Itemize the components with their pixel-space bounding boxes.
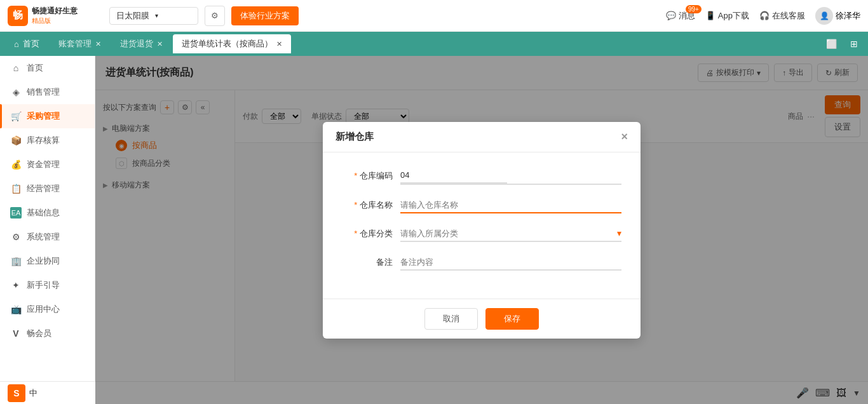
header-right: 💬 消息 99+ 📱 App下载 🎧 在线客服 👤 徐泽华 — [666, 7, 860, 25]
logo-text-group: 畅捷通好生意 精品版 — [32, 6, 78, 25]
sidebar-item-finance[interactable]: 💰 资金管理 — [0, 152, 95, 177]
dialog-footer: 取消 保存 — [323, 299, 641, 339]
tab-restore-button[interactable]: ⬜ — [822, 35, 840, 53]
name-required-mark: * — [354, 200, 357, 210]
tab-purchase-stat[interactable]: 进货单统计表（按商品） ✕ — [173, 34, 291, 53]
code-input-wrap — [400, 168, 621, 185]
guide-icon: ✦ — [10, 279, 22, 291]
sidebar-item-inventory[interactable]: 📦 库存核算 — [0, 128, 95, 152]
dialog-close-button[interactable]: × — [621, 131, 628, 142]
app-badge: 精品版 — [32, 17, 78, 25]
online-service-button[interactable]: 🎧 在线客服 — [759, 10, 805, 22]
modal-overlay[interactable]: 新增仓库 × * 仓库编码 — [95, 56, 868, 404]
tab-billing-label: 账套管理 — [58, 38, 92, 50]
headset-icon: 🎧 — [759, 11, 770, 20]
inventory-icon: 📦 — [10, 135, 22, 146]
basic-info-icon: EA — [10, 207, 22, 219]
tab-purchase-stat-close-icon[interactable]: ✕ — [276, 40, 282, 48]
sidebar-item-purchase-label: 采购管理 — [27, 111, 60, 122]
code-label: * 仓库编码 — [342, 170, 393, 182]
category-select-wrap: ▾ — [400, 226, 621, 242]
sidebar-item-enterprise[interactable]: 🏢 企业协同 — [0, 249, 95, 273]
enterprise-icon: 🏢 — [10, 255, 22, 267]
category-dropdown-icon[interactable]: ▾ — [617, 228, 621, 238]
save-button[interactable]: 保存 — [485, 308, 539, 330]
home-icon: ⌂ — [14, 39, 19, 49]
purchase-icon: 🛒 — [10, 111, 22, 122]
app-name: 畅捷通好生意 — [32, 6, 78, 17]
system-icon: ⚙ — [10, 231, 22, 243]
tab-home-label: 首页 — [23, 38, 39, 50]
form-row-category: * 仓库分类 ▾ — [342, 226, 621, 242]
name-label: * 仓库名称 — [342, 199, 393, 211]
main-layout: ⌂ 首页 ◈ 销售管理 🛒 采购管理 📦 库存核算 💰 资金管理 📋 经营管理 … — [0, 56, 868, 404]
sidebar-item-app-center[interactable]: 📺 应用中心 — [0, 297, 95, 321]
tab-billing[interactable]: 账套管理 ✕ — [50, 34, 110, 53]
sidebar-item-sales-label: 销售管理 — [27, 86, 60, 98]
form-row-note: 备注 — [342, 255, 621, 271]
store-arrow-icon: ▾ — [155, 12, 191, 19]
sidebar-item-system-label: 系统管理 — [27, 231, 60, 243]
top-header: 畅 畅捷通好生意 精品版 日太阳膜 ▾ ⚙ 体验行业方案 💬 消息 99+ 📱 … — [0, 0, 868, 32]
category-input[interactable] — [400, 226, 617, 241]
tab-purchase-return-close-icon[interactable]: ✕ — [157, 40, 163, 48]
sidebar-item-inventory-label: 库存核算 — [27, 135, 60, 146]
sales-icon: ◈ — [10, 86, 22, 98]
sidebar-item-purchase[interactable]: 🛒 采购管理 — [0, 104, 95, 128]
sidebar-item-enterprise-label: 企业协同 — [27, 255, 60, 267]
note-label: 备注 — [342, 257, 393, 268]
content-area: 进货单统计(按商品) 🖨 按模板打印 ▾ ↑ 导出 ↻ 刷新 — [95, 56, 868, 404]
message-badge: 99+ — [686, 5, 702, 13]
sidebar-item-basic-info[interactable]: EA 基础信息 — [0, 201, 95, 225]
trial-button[interactable]: 体验行业方案 — [231, 6, 299, 25]
tab-bar: ⌂ 首页 账套管理 ✕ 进货退货 ✕ 进货单统计表（按商品） ✕ ⬜ ⊞ — [0, 32, 868, 56]
category-label: * 仓库分类 — [342, 228, 393, 239]
category-required-mark: * — [354, 229, 357, 238]
dialog-header: 新增仓库 × — [323, 122, 641, 152]
sidebar-item-system[interactable]: ⚙ 系统管理 — [0, 225, 95, 249]
operations-icon: 📋 — [10, 183, 22, 194]
sidebar: ⌂ 首页 ◈ 销售管理 🛒 采购管理 📦 库存核算 💰 资金管理 📋 经营管理 … — [0, 56, 95, 404]
vip-icon: V — [10, 328, 22, 339]
app-center-icon: 📺 — [10, 304, 22, 315]
name-input-wrap — [400, 198, 621, 213]
sidebar-item-guide-label: 新手引导 — [27, 279, 60, 291]
tab-purchase-stat-label: 进货单统计表（按商品） — [182, 38, 273, 50]
code-input[interactable] — [400, 168, 507, 184]
app-download-button[interactable]: 📱 App下载 — [705, 10, 749, 22]
tab-purchase-return[interactable]: 进货退货 ✕ — [111, 34, 172, 53]
tab-billing-close-icon[interactable]: ✕ — [95, 40, 101, 48]
finance-icon: 💰 — [10, 159, 22, 170]
user-name: 徐泽华 — [836, 10, 860, 22]
name-input[interactable] — [400, 198, 621, 212]
sidebar-item-app-center-label: 应用中心 — [27, 304, 60, 315]
add-warehouse-dialog: 新增仓库 × * 仓库编码 — [323, 122, 641, 339]
user-avatar-area[interactable]: 👤 徐泽华 — [815, 7, 860, 25]
sidebar-item-finance-label: 资金管理 — [27, 159, 60, 170]
active-indicator — [0, 104, 2, 128]
app-download-icon: 📱 — [705, 11, 715, 20]
sidebar-item-sales[interactable]: ◈ 销售管理 — [0, 80, 95, 104]
bottom-logo: S — [8, 384, 25, 402]
form-row-name: * 仓库名称 — [342, 198, 621, 213]
bottom-left: S 中 — [8, 384, 37, 402]
message-icon: 💬 — [666, 11, 676, 20]
note-input-wrap — [400, 255, 621, 271]
settings-button[interactable]: ⚙ — [205, 6, 225, 26]
sidebar-item-operations[interactable]: 📋 经营管理 — [0, 177, 95, 201]
sidebar-item-home-label: 首页 — [27, 62, 43, 74]
sidebar-item-guide[interactable]: ✦ 新手引导 — [0, 273, 95, 297]
tab-home[interactable]: ⌂ 首页 — [5, 34, 48, 53]
app-download-label: App下载 — [718, 10, 749, 22]
app-logo-icon: 畅 — [8, 6, 28, 26]
cancel-button[interactable]: 取消 — [424, 308, 478, 330]
logo-area: 畅 畅捷通好生意 精品版 — [8, 6, 103, 26]
note-input[interactable] — [400, 255, 621, 269]
avatar: 👤 — [815, 7, 833, 25]
sidebar-item-vip[interactable]: V 畅会员 — [0, 321, 95, 346]
message-button[interactable]: 💬 消息 99+ — [666, 10, 695, 22]
tab-purchase-return-label: 进货退货 — [120, 38, 153, 50]
tab-expand-button[interactable]: ⊞ — [845, 35, 863, 53]
store-selector[interactable]: 日太阳膜 ▾ — [109, 7, 198, 25]
sidebar-item-home[interactable]: ⌂ 首页 — [0, 56, 95, 80]
